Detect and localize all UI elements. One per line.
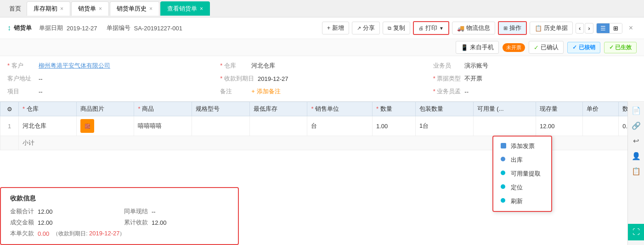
col-warehouse: 仓库 — [19, 102, 77, 116]
sidebar-expand-icon[interactable]: ⛶ — [628, 224, 644, 240]
staff-value: 演示账号 — [464, 62, 488, 70]
same-order-label: 同单现结 — [124, 207, 148, 216]
refresh-label: 刷新 — [511, 197, 523, 205]
next-button[interactable]: › — [585, 23, 593, 34]
close-button[interactable]: × — [625, 23, 637, 34]
address-label: 客户地址 — [7, 74, 35, 83]
tab-bar: 首页 库存期初 × 销货单 × 销货单历史 × 查看销货单 × — [0, 0, 644, 17]
tab-home[interactable]: 首页 — [5, 2, 26, 16]
confirm-button[interactable]: ✓ 已确认 — [529, 41, 564, 54]
cumulative-row: 累计收款 12.00 — [124, 218, 229, 227]
customer-label: 客户 — [7, 62, 35, 70]
print-button-label: 打印 — [425, 24, 437, 32]
history-icon: 📋 — [535, 25, 542, 32]
sidebar-clipboard-icon[interactable]: 📋 — [632, 167, 641, 176]
tab-sales-label: 销货单 — [78, 5, 96, 13]
dropdown-available[interactable]: 可用量提取 — [493, 167, 551, 181]
table-wrapper: ⚙ 仓库 商品图片 商品 规格型号 最低库存 销售单位 数量 包装数量 可用量 … — [0, 102, 644, 245]
copy-button-label: 复制 — [393, 24, 405, 32]
operation-icon: ⊞ — [503, 25, 508, 31]
new-button[interactable]: + 新增 — [322, 22, 349, 34]
tab-inventory-close[interactable]: × — [60, 6, 63, 12]
staff-label: 业务员 — [433, 62, 461, 70]
remark-label: 备注 — [220, 87, 248, 96]
outstanding-value: 0.00 — [38, 230, 49, 237]
phone-icon: 📱 — [461, 44, 468, 51]
due-date-value: 2019-12-27 — [258, 75, 288, 82]
customer-field: 客户 柳州粤港平安气体有限公司 — [7, 62, 211, 70]
tab-sales[interactable]: 销货单 × — [71, 1, 109, 16]
history-button[interactable]: 📋 历史单据 — [530, 22, 573, 34]
copy-button[interactable]: ⧉ 复制 — [383, 22, 410, 34]
ticket-type-value: 不开票 — [464, 74, 482, 83]
staff2-value: -- — [464, 88, 469, 95]
doc-type-label: 销货单 — [14, 24, 32, 32]
row-spec — [192, 116, 250, 136]
dropdown-outbound[interactable]: 出库 — [493, 153, 551, 167]
doc-number-label-text: 单据编号 — [107, 24, 130, 32]
available-icon — [501, 171, 507, 177]
outbound-icon — [501, 157, 507, 163]
doc-meta: 单据日期 2019-12-27 单据编号 SA-20191227-001 — [39, 24, 182, 32]
view-grid-button[interactable]: ⊞ — [610, 23, 622, 33]
row-unit: 台 — [307, 116, 372, 136]
tab-history-close[interactable]: × — [149, 6, 153, 12]
sidebar-link-icon[interactable]: 🔗 — [632, 121, 641, 130]
sidebar-doc-icon[interactable]: 📄 — [632, 106, 641, 115]
total-amount-label: 金额合计 — [10, 207, 34, 216]
col-min-stock: 最低库存 — [249, 102, 307, 116]
staff2-field: 业务员孟 -- — [433, 87, 637, 96]
customer-value[interactable]: 柳州粤港平安气体有限公司 — [39, 62, 110, 70]
dropdown-add-invoice[interactable]: 添加发票 — [493, 139, 551, 153]
print-dropdown-arrow: ▼ — [439, 26, 444, 31]
operation-button[interactable]: ⊞ 操作 — [498, 21, 527, 35]
logistics-button[interactable]: 🚚 物流信息 — [452, 22, 495, 34]
confirm-label: 已确认 — [541, 43, 559, 51]
sidebar-user-icon[interactable]: 👤 — [632, 152, 641, 160]
tab-view-sales[interactable]: 查看销货单 × — [160, 1, 210, 16]
remark-add-button[interactable]: + 添加备注 — [251, 87, 280, 96]
from-phone-button[interactable]: 📱 来自手机 — [456, 41, 499, 54]
logistics-button-label: 物流信息 — [466, 24, 490, 32]
form-area: 客户 柳州粤港平安气体有限公司 仓库 河北仓库 业务员 演示账号 客户地址 --… — [0, 56, 644, 102]
project-label: 项目 — [7, 87, 35, 96]
print-button[interactable]: 🖨 打印 ▼ — [413, 21, 449, 35]
col-unit: 销售单位 — [307, 102, 372, 116]
tab-view-sales-label: 查看销货单 — [167, 5, 197, 13]
view-buttons: ☰ ⊞ — [596, 23, 622, 34]
doc-type-icon: ↕ — [7, 24, 11, 32]
doc-date-label-text: 单据日期 — [39, 24, 63, 32]
row-warehouse: 河北仓库 — [19, 116, 77, 136]
share-button[interactable]: ↗ 分享 — [352, 22, 380, 34]
dropdown-menu: 添加发票 出库 可用量提取 定位 — [492, 136, 552, 212]
print-icon: 🖨 — [418, 25, 424, 31]
refresh-icon — [501, 198, 507, 205]
tab-inventory[interactable]: 库存期初 × — [27, 1, 70, 16]
tab-history[interactable]: 销货单历史 × — [110, 1, 159, 16]
col-available: 可用量 (... — [473, 102, 536, 116]
effected-badge: ✓ 已生效 — [604, 42, 637, 53]
transaction-value: 12.00 — [38, 219, 53, 226]
table-row: 1 河北仓库 🧱 嘻嘻嘻嘻 台 1.00 1台 12.00 0. — [0, 116, 644, 136]
main-content: ↕ 销货单 单据日期 2019-12-27 单据编号 SA-20191227-0… — [0, 17, 644, 245]
tab-sales-close[interactable]: × — [99, 6, 102, 12]
prev-button[interactable]: ‹ — [576, 23, 584, 34]
project-value: -- — [39, 88, 43, 95]
available-label: 可用量提取 — [511, 170, 541, 178]
dropdown-locate[interactable]: 定位 — [493, 181, 551, 194]
total-amount-value: 12.00 — [38, 208, 53, 215]
tab-view-sales-close[interactable]: × — [200, 6, 203, 12]
doc-date-label: 单据日期 2019-12-27 — [39, 24, 97, 32]
view-list-button[interactable]: ☰ — [597, 23, 610, 33]
dropdown-refresh[interactable]: 刷新 — [493, 194, 551, 208]
row-min-stock — [249, 116, 307, 136]
remark-field: 备注 + 添加备注 — [220, 87, 424, 96]
share-icon: ↗ — [357, 25, 361, 31]
add-invoice-icon — [501, 143, 507, 149]
col-qty: 数量 — [372, 102, 415, 116]
nav-arrows: ‹ › — [576, 23, 593, 34]
sidebar-return-icon[interactable]: ↩ — [633, 137, 639, 145]
ticket-type-label: 票据类型 — [433, 74, 461, 83]
col-settings[interactable]: ⚙ — [0, 102, 19, 116]
due-date-label: 收款到期日 — [220, 74, 254, 83]
